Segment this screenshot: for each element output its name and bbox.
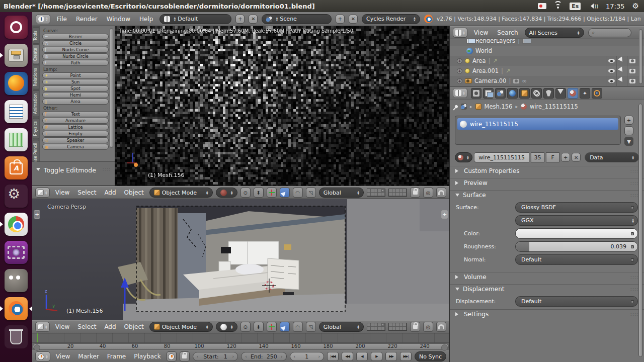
renderability-toggle[interactable]	[627, 76, 637, 86]
close-screen-button[interactable]: ✕	[249, 15, 258, 24]
render-engine-selector[interactable]: Cycles Render▲▼	[362, 14, 420, 24]
add-empty-button[interactable]: +Empty	[42, 131, 109, 137]
next-keyframe-button[interactable]: ▶▶	[385, 352, 397, 361]
breadcrumb-material[interactable]: wire_115115115	[530, 103, 578, 110]
selectability-toggle[interactable]	[616, 56, 627, 66]
scene-lock-button[interactable]	[410, 322, 420, 332]
snap-toggle-button[interactable]	[436, 322, 446, 332]
menu-marker[interactable]: Marker	[75, 353, 101, 360]
screen-layout-selector[interactable]: ▲▼Default	[159, 14, 231, 24]
layers-grid-1[interactable]	[367, 189, 385, 197]
render-preview-area[interactable]: Time:00:00.01 | Remaining:00:00.64 | Mem…	[115, 26, 449, 186]
menu-add[interactable]: Add	[102, 189, 118, 196]
shading-selector[interactable]: ▲▼	[216, 188, 237, 198]
slot-list-grip[interactable]: ——	[457, 130, 618, 137]
menu-select[interactable]: Select	[75, 323, 99, 330]
jump-to-end-button[interactable]: ▶▶|	[400, 352, 412, 361]
keyboard-layout-indicator[interactable]: Es	[570, 3, 581, 10]
tab-scene[interactable]	[495, 88, 506, 99]
menu-view[interactable]: View	[471, 29, 491, 36]
scale-manipulator-button[interactable]: ◹	[306, 188, 316, 198]
outliner-row-world[interactable]: World	[450, 46, 644, 56]
menu-playback[interactable]: Playback	[131, 353, 164, 360]
outliner-row-renderlayers[interactable]: RenderLayers|	[450, 39, 644, 46]
timeline-scrollbar-handle[interactable]	[33, 343, 449, 350]
pivot-point-button[interactable]: ⊙	[240, 188, 251, 198]
menu-object[interactable]: Object	[122, 323, 146, 330]
tab-object-data[interactable]	[555, 88, 566, 99]
launcher-blender[interactable]	[5, 297, 28, 320]
menu-view[interactable]: View	[53, 353, 72, 360]
layers-grid-1[interactable]	[367, 323, 385, 331]
jump-to-start-button[interactable]: |◀◀	[327, 352, 339, 361]
renderability-toggle[interactable]	[627, 56, 637, 66]
camera-viewport[interactable]: z y Camera Persp (1) Mesh.156 + +	[32, 199, 449, 320]
selectability-toggle[interactable]	[616, 66, 627, 76]
tab-tools[interactable]: Tools	[33, 28, 39, 44]
editor-type-button-3dview[interactable]: ▲▼	[35, 188, 50, 198]
wifi-icon[interactable]	[554, 4, 562, 9]
fake-user-button[interactable]: F	[546, 152, 559, 162]
launcher-files[interactable]	[5, 44, 28, 67]
tab-relations[interactable]: Relations	[33, 65, 39, 89]
roughness-slider[interactable]: 0.039	[515, 241, 638, 252]
launcher-libreoffice-calc[interactable]	[5, 128, 28, 151]
node-socket-icon[interactable]	[631, 206, 634, 209]
tab-world[interactable]	[507, 88, 518, 99]
menu-help[interactable]: Help	[137, 16, 155, 23]
add-nurbs-circle-button[interactable]: ◎Nurbs Circle	[42, 53, 109, 59]
add-spot-lamp-button[interactable]: ◗Spot	[42, 85, 109, 92]
panel-grip[interactable]: ::::	[103, 166, 111, 171]
render-noise-preview[interactable]	[115, 26, 449, 186]
manipulator-toggle-button[interactable]: ⬍	[254, 322, 264, 332]
snap-toggle-button[interactable]	[436, 188, 446, 198]
expand-icon[interactable]: +	[457, 58, 462, 64]
material-slot-selected[interactable]: wire_115115115	[457, 118, 618, 130]
render-border-button[interactable]: ◎	[423, 322, 433, 332]
current-frame-marker[interactable]	[37, 333, 38, 342]
close-scene-button[interactable]: ✕	[349, 15, 358, 24]
preview-range-button[interactable]	[167, 351, 177, 361]
pin-icon[interactable]	[454, 105, 458, 109]
scene-selector[interactable]: ▲▼Scene	[262, 14, 332, 24]
launcher-system-settings[interactable]: ⚙	[5, 185, 28, 208]
panel-displacement[interactable]: Displacement::::	[450, 284, 644, 294]
scene-lock-button[interactable]	[410, 188, 420, 198]
add-screen-button[interactable]: +	[235, 15, 245, 24]
add-scene-button[interactable]: +	[336, 15, 345, 24]
editor-type-button-3dview[interactable]: ▲▼	[35, 322, 50, 332]
menu-frame[interactable]: Frame	[105, 353, 128, 360]
orientation-selector[interactable]: Global▲▼	[319, 322, 364, 332]
add-slot-button[interactable]: +	[624, 116, 633, 125]
tab-modifiers[interactable]	[543, 88, 554, 99]
orientation-selector[interactable]: Global▲▼	[319, 188, 364, 198]
launcher-chrome[interactable]	[5, 213, 28, 236]
panel-surface[interactable]: Surface::::	[450, 190, 644, 200]
end-frame-field[interactable]: ‹End:250›	[241, 352, 286, 361]
expand-icon[interactable]: +	[457, 78, 462, 84]
displacement-selector[interactable]: Default	[515, 296, 638, 307]
scale-manipulator-button[interactable]: ◹	[306, 322, 316, 332]
search-input[interactable]: ⌕	[588, 28, 631, 37]
open-toolshelf-handle[interactable]: +	[34, 210, 40, 219]
pivot-point-button[interactable]: ⊙	[240, 322, 251, 332]
add-armature-button[interactable]: YArmature	[42, 118, 109, 124]
mode-selector[interactable]: Object Mode▲▼	[149, 322, 213, 332]
editor-type-button-timeline[interactable]: ▲▼	[35, 351, 50, 361]
add-speaker-button[interactable]: ◁Speaker	[42, 137, 109, 143]
outliner-scrollbar[interactable]	[639, 29, 642, 84]
open-properties-handle[interactable]: +	[441, 210, 448, 219]
launcher-video-editor[interactable]	[5, 241, 28, 264]
selectability-toggle[interactable]	[616, 76, 627, 86]
node-socket-icon[interactable]	[631, 300, 634, 303]
play-button[interactable]: ▶	[371, 352, 382, 361]
outliner-row-area001[interactable]: + Area.001|↗	[450, 66, 644, 76]
camera-viewport-scene[interactable]: z y	[32, 199, 449, 320]
unlink-material-button[interactable]: ✕	[572, 153, 581, 162]
visibility-toggle[interactable]	[606, 66, 616, 76]
timeline-track[interactable]	[32, 333, 449, 343]
last-operator-panel[interactable]: Toggle Editmode ::::	[32, 161, 115, 186]
menu-search[interactable]: Search	[495, 29, 520, 36]
shading-selector[interactable]: ▲▼	[216, 322, 237, 332]
mode-selector[interactable]: Object Mode▲▼	[149, 188, 213, 198]
